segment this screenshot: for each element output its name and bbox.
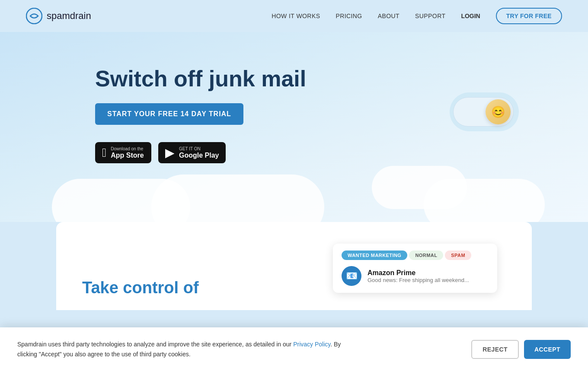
cookie-accept-button[interactable]: ACCEPT — [524, 340, 571, 359]
nav-how-it-works[interactable]: HOW IT WORKS — [272, 13, 320, 19]
email-item: 📧 Amazon Prime Good news: Free shipping … — [342, 266, 489, 286]
google-play-bottom-text: Google Play — [179, 152, 219, 159]
email-card: WANTED MARKETING NORMAL SPAM 📧 Amazon Pr… — [333, 244, 497, 293]
hero-toggle: 😊 — [450, 92, 519, 131]
cloud-4 — [372, 166, 467, 209]
cloud-2 — [151, 174, 324, 222]
nav-about[interactable]: ABOUT — [378, 13, 399, 19]
tab-wanted[interactable]: WANTED MARKETING — [342, 251, 407, 260]
cookie-privacy-link[interactable]: Privacy Policy — [293, 341, 330, 348]
play-icon: ▶ — [165, 146, 175, 160]
logo-icon — [26, 8, 42, 24]
cloud-3 — [424, 179, 545, 222]
logo-text: spamdrain — [47, 10, 91, 22]
navbar: spamdrain HOW IT WORKS PRICING ABOUT SUP… — [0, 0, 588, 32]
toggle-emoji: 😊 — [491, 105, 505, 119]
nav-support[interactable]: SUPPORT — [415, 13, 445, 19]
app-store-bottom-text: App Store — [111, 152, 144, 159]
cookie-banner: Spamdrain uses third party technologies … — [0, 327, 588, 371]
hero-trial-button[interactable]: START YOUR FREE 14 DAY TRIAL — [95, 103, 243, 125]
section2: WANTED MARKETING NORMAL SPAM 📧 Amazon Pr… — [56, 222, 532, 310]
email-avatar-icon: 📧 — [346, 270, 358, 282]
app-store-top-text: Download on the — [111, 146, 144, 152]
cookie-buttons: REJECT ACCEPT — [471, 340, 571, 359]
logo[interactable]: spamdrain — [26, 8, 91, 24]
cookie-text-before: Spamdrain uses third party technologies … — [17, 341, 293, 348]
tab-spam[interactable]: SPAM — [445, 251, 471, 260]
toggle-knob: 😊 — [486, 99, 511, 124]
nav-login[interactable]: LOGIN — [461, 13, 480, 19]
nav-links: HOW IT WORKS PRICING ABOUT SUPPORT LOGIN… — [272, 8, 562, 24]
tab-normal[interactable]: NORMAL — [409, 251, 443, 260]
google-play-badge[interactable]: ▶ GET IT ON Google Play — [158, 142, 226, 163]
email-avatar: 📧 — [342, 266, 361, 286]
email-preview: Good news: Free shipping all weekend... — [368, 277, 469, 283]
google-play-top-text: GET IT ON — [179, 146, 219, 152]
hero-section: Switch off junk mail START YOUR FREE 14 … — [0, 32, 588, 222]
store-badges:  Download on the App Store ▶ GET IT ON … — [95, 142, 562, 163]
cookie-text: Spamdrain uses third party technologies … — [17, 339, 346, 359]
email-tabs: WANTED MARKETING NORMAL SPAM — [342, 251, 489, 260]
hero-title: Switch off junk mail — [95, 67, 355, 91]
nav-try-free-button[interactable]: TRY FOR FREE — [496, 8, 562, 24]
toggle-bg: 😊 — [453, 97, 514, 127]
toggle-glow: 😊 — [450, 92, 519, 131]
section2-heading: Take control of — [82, 279, 199, 297]
cloud-1 — [52, 179, 190, 222]
app-store-badge[interactable]:  Download on the App Store — [95, 142, 151, 163]
nav-pricing[interactable]: PRICING — [336, 13, 362, 19]
apple-icon:  — [102, 146, 106, 160]
svg-point-0 — [26, 8, 42, 24]
email-sender: Amazon Prime — [368, 269, 469, 277]
cookie-reject-button[interactable]: REJECT — [471, 340, 519, 359]
